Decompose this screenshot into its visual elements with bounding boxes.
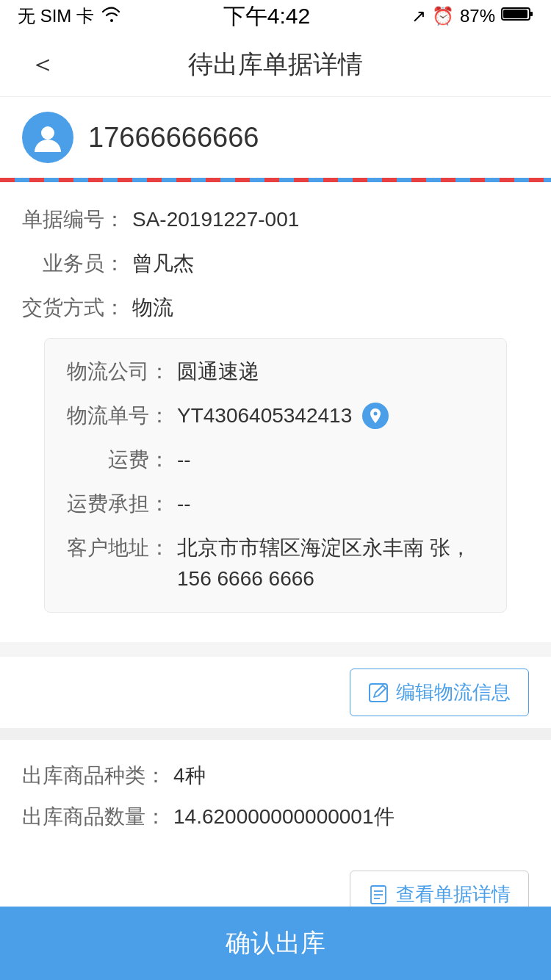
- battery-text: 87%: [460, 6, 495, 26]
- location-status-icon: ↗: [411, 6, 426, 26]
- tracking-number: YT4306405342413: [177, 400, 352, 431]
- goods-quantity-row: 出库商品数量： 14.620000000000001件: [22, 803, 529, 831]
- address-row: 客户地址： 北京市市辖区海淀区永丰南 张，156 6666 6666: [60, 533, 491, 594]
- status-time: 下午4:42: [223, 1, 310, 32]
- logistics-company-value: 圆通速递: [177, 356, 491, 387]
- freight-bearer-label: 运费承担：: [60, 489, 177, 519]
- svg-point-3: [41, 126, 54, 140]
- doc-number-row: 单据编号： SA-20191227-001: [22, 204, 529, 235]
- goods-types-label: 出库商品种类：: [22, 762, 173, 790]
- freight-bearer-row: 运费承担： --: [60, 489, 491, 519]
- document-info-section: 单据编号： SA-20191227-001 业务员： 曾凡杰 交货方式： 物流 …: [0, 182, 551, 642]
- confirm-btn-label: 确认出库: [226, 926, 325, 960]
- document-icon: [368, 884, 389, 905]
- goods-types-value: 4种: [173, 762, 206, 790]
- delivery-value: 物流: [132, 292, 529, 323]
- delivery-label: 交货方式：: [22, 292, 132, 323]
- status-bar-left: 无 SIM 卡: [18, 4, 122, 28]
- back-button[interactable]: ＜: [22, 39, 63, 90]
- map-pin-icon[interactable]: [362, 403, 389, 429]
- salesman-value: 曾凡杰: [132, 248, 529, 279]
- freight-label: 运费：: [60, 444, 177, 475]
- tracking-row: 物流单号： YT4306405342413: [60, 400, 491, 431]
- freight-bearer-value: --: [177, 489, 491, 519]
- avatar: [22, 112, 73, 163]
- goods-types-row: 出库商品种类： 4种: [22, 762, 529, 790]
- freight-value: --: [177, 444, 491, 475]
- status-bar-right: ↗ ⏰ 87%: [411, 6, 533, 26]
- delivery-row: 交货方式： 物流: [22, 292, 529, 323]
- wifi-icon: [101, 6, 122, 26]
- logistics-company-label: 物流公司：: [60, 356, 177, 387]
- svg-rect-1: [530, 12, 533, 16]
- doc-number-value: SA-20191227-001: [132, 204, 529, 235]
- edit-icon: [368, 682, 389, 703]
- view-btn-label: 查看单据详情: [396, 882, 511, 907]
- salesman-row: 业务员： 曾凡杰: [22, 248, 529, 279]
- carrier-text: 无 SIM 卡: [18, 4, 94, 28]
- salesman-label: 业务员：: [22, 248, 132, 279]
- goods-section: 出库商品种类： 4种 出库商品数量： 14.620000000000001件: [0, 740, 551, 859]
- page-title: 待出库单据详情: [188, 48, 363, 82]
- tracking-label: 物流单号：: [60, 400, 177, 431]
- freight-row: 运费： --: [60, 444, 491, 475]
- edit-logistics-button[interactable]: 编辑物流信息: [350, 669, 529, 716]
- status-bar: 无 SIM 卡 下午4:42 ↗ ⏰ 87%: [0, 0, 551, 32]
- battery-icon: [501, 6, 533, 26]
- edit-btn-label: 编辑物流信息: [396, 680, 511, 705]
- nav-bar: ＜ 待出库单据详情: [0, 32, 551, 97]
- address-value: 北京市市辖区海淀区永丰南 张，156 6666 6666: [177, 533, 491, 594]
- alarm-icon: ⏰: [432, 6, 454, 26]
- address-label: 客户地址：: [60, 533, 177, 563]
- svg-point-4: [374, 412, 378, 416]
- goods-quantity-label: 出库商品数量：: [22, 803, 173, 831]
- tracking-value: YT4306405342413: [177, 400, 491, 431]
- customer-header: 17666666666: [0, 97, 551, 178]
- doc-number-label: 单据编号：: [22, 204, 132, 235]
- logistics-company-row: 物流公司： 圆通速递: [60, 356, 491, 387]
- customer-phone: 17666666666: [88, 122, 259, 154]
- edit-btn-container: 编辑物流信息: [0, 657, 551, 728]
- section-divider: [0, 728, 551, 740]
- confirm-btn-bar[interactable]: 确认出库: [0, 907, 551, 980]
- svg-rect-2: [503, 10, 527, 18]
- goods-quantity-value: 14.620000000000001件: [173, 803, 395, 831]
- logistics-card: 物流公司： 圆通速递 物流单号： YT4306405342413 运费： -- …: [44, 338, 507, 613]
